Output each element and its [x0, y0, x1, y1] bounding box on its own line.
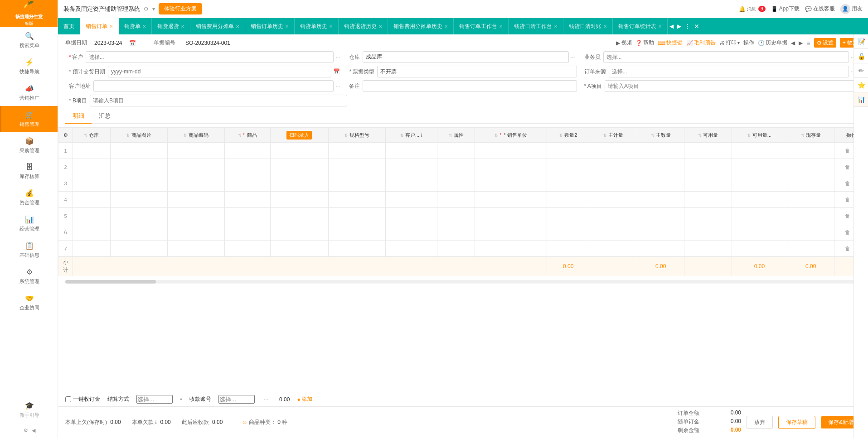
cell-main-unit[interactable] [590, 208, 637, 224]
app-dropdown-icon[interactable]: ▾ [152, 6, 155, 12]
cell-main-qty[interactable] [637, 143, 684, 159]
cell-main-unit[interactable] [590, 159, 637, 175]
tab-order-workbench[interactable]: 销售订单工作台 ✕ [454, 18, 509, 34]
cell-attr[interactable] [437, 224, 475, 241]
cell-main-unit[interactable] [590, 143, 637, 159]
col-code[interactable]: ⇅ 商品编码 [167, 128, 224, 143]
cell-available2[interactable] [732, 143, 787, 159]
tab-detail[interactable]: 明细 [65, 109, 92, 124]
cell-available[interactable] [684, 208, 732, 224]
cell-product[interactable] [224, 208, 270, 224]
solution-button[interactable]: 体验行业方案 [159, 3, 202, 14]
col-stock[interactable]: ⇅ 现存量 [787, 128, 834, 143]
rp-star-btn[interactable]: ⭐ [854, 78, 868, 92]
cell-spec[interactable] [328, 175, 385, 192]
cell-stock[interactable] [787, 224, 834, 241]
cell-attr[interactable] [437, 143, 475, 159]
cell-attr[interactable] [437, 192, 475, 208]
cell-qty2[interactable] [547, 224, 590, 241]
rp-notes-btn[interactable]: 📝 [854, 34, 868, 49]
account-more-btn[interactable]: ··· [262, 396, 270, 403]
row-delete-btn[interactable]: 🗑 [845, 213, 850, 219]
cell-customer-code[interactable] [385, 143, 437, 159]
cell-code[interactable] [167, 241, 224, 257]
cell-attr[interactable] [437, 159, 475, 175]
row-delete-btn[interactable]: 🗑 [845, 164, 850, 170]
tab-prev-btn[interactable]: ◀ [668, 23, 675, 29]
cell-main-qty[interactable] [637, 208, 684, 224]
cell-available[interactable] [684, 175, 732, 192]
col-product[interactable]: ⇅ * 商品 [224, 128, 270, 143]
rp-chart-btn[interactable]: 📊 [854, 92, 868, 107]
col-qty2[interactable]: ⇅ 数量2 [547, 128, 590, 143]
cell-main-qty[interactable] [637, 224, 684, 241]
rp-edit-btn[interactable]: ✏ [854, 63, 868, 78]
cell-customer-code[interactable] [385, 175, 437, 192]
sidebar-item-guide[interactable]: 🎓 新手引导 [0, 397, 58, 423]
sidebar-item-system[interactable]: ⚙ 系统管理 [0, 263, 58, 289]
cell-customer-code[interactable] [385, 241, 437, 257]
cell-warehouse[interactable] [73, 241, 111, 257]
cell-attr[interactable] [437, 208, 475, 224]
tab-summary[interactable]: 汇总 [92, 109, 118, 124]
col-available[interactable]: ⇅ 可用量 [684, 128, 732, 143]
tab-close-icon[interactable]: ✕ [181, 24, 184, 29]
one-click-label[interactable]: 一键收订金 [65, 395, 100, 403]
salesperson-input[interactable] [603, 51, 849, 63]
scan-button[interactable]: 扫码录入 [286, 131, 312, 140]
delivery-calendar-icon[interactable]: 📅 [331, 68, 342, 75]
sidebar-item-capital[interactable]: 💰 资金管理 [0, 184, 58, 211]
row-delete-btn[interactable]: 🗑 [845, 180, 850, 187]
cell-available2[interactable] [732, 224, 787, 241]
settings-col-icon[interactable]: ⚙ [63, 132, 68, 138]
cell-stock[interactable] [787, 241, 834, 257]
cell-available2[interactable] [732, 159, 787, 175]
cell-warehouse[interactable] [73, 175, 111, 192]
nav-next-btn[interactable]: ▶ [799, 40, 803, 46]
cell-available2[interactable] [732, 241, 787, 257]
cell-spec[interactable] [328, 241, 385, 257]
cell-available[interactable] [684, 192, 732, 208]
row-delete-btn[interactable]: 🗑 [845, 148, 850, 154]
tab-close-icon[interactable]: ✕ [499, 24, 503, 29]
sidebar-item-marketing[interactable]: 📣 营销推广 [0, 80, 58, 106]
col-available2[interactable]: ⇅ 可用量... [732, 128, 787, 143]
cell-product[interactable] [224, 143, 270, 159]
cell-available2[interactable] [732, 208, 787, 224]
add-btn[interactable]: ● 添加 [297, 395, 312, 403]
profit-btn[interactable]: 📈 毛利预告 [686, 39, 716, 47]
cell-code[interactable] [167, 224, 224, 241]
cell-unit[interactable] [475, 143, 547, 159]
tab-daily-workbench[interactable]: 钱货日清工作台 ✕ [509, 18, 563, 34]
tab-close-icon[interactable]: ✕ [329, 24, 333, 29]
cell-available2[interactable] [732, 175, 787, 192]
sidebar-item-enterprise[interactable]: 🤝 企业协同 [0, 289, 58, 316]
grid-view-btn[interactable]: ≡ [806, 39, 810, 47]
sidebar-logo[interactable]: 🍊 畅捷通好生意 标版 [0, 0, 58, 27]
tab-invoice-history[interactable]: 销货单历史 ✕ [295, 18, 339, 34]
row-delete-btn[interactable]: 🗑 [845, 245, 850, 252]
cell-available[interactable] [684, 224, 732, 241]
cell-qty2[interactable] [547, 143, 590, 159]
tab-return-history[interactable]: 销货退货历史 ✕ [339, 18, 388, 34]
delivery-input[interactable] [108, 66, 331, 77]
order-source-input[interactable] [609, 66, 849, 77]
cell-stock[interactable] [787, 159, 834, 175]
cell-spec[interactable] [328, 159, 385, 175]
sidebar-item-purchase[interactable]: 📦 采购管理 [0, 132, 58, 159]
address-more-btn[interactable]: ··· [334, 83, 342, 89]
cell-spec[interactable] [328, 192, 385, 208]
cell-qty2[interactable] [547, 208, 590, 224]
col-main-qty[interactable]: ⇅ 主数量 [637, 128, 684, 143]
cell-warehouse[interactable] [73, 143, 111, 159]
print-btn[interactable]: 🖨 打印 ▾ [719, 39, 740, 47]
row-delete-btn[interactable]: 🗑 [845, 229, 850, 236]
b-project-input[interactable] [90, 95, 347, 106]
cell-main-unit[interactable] [590, 241, 637, 257]
cell-warehouse[interactable] [73, 208, 111, 224]
notification-btn[interactable]: 🔔 消息 9 [739, 6, 766, 12]
cell-code[interactable] [167, 208, 224, 224]
cell-customer-code[interactable] [385, 208, 437, 224]
cell-attr[interactable] [437, 241, 475, 257]
cell-qty2[interactable] [547, 175, 590, 192]
